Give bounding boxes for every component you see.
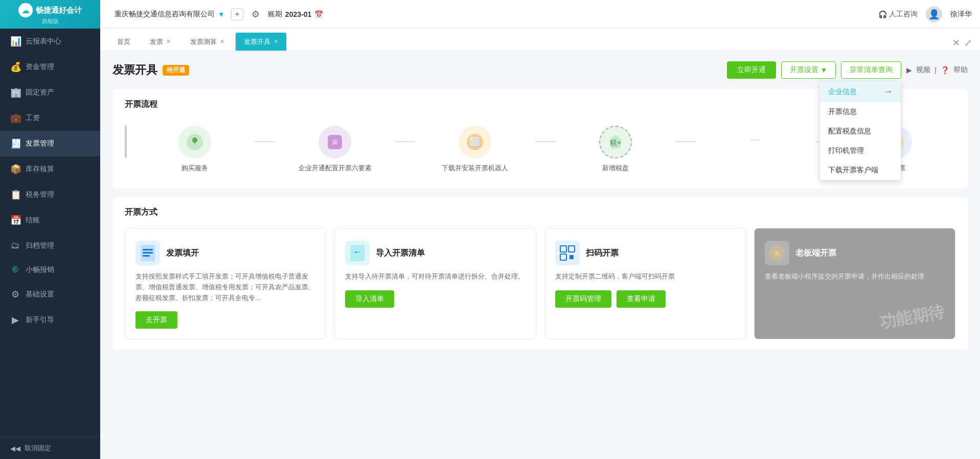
import-list-title: 导入开票清单: [376, 248, 425, 259]
sidebar-item-inventory[interactable]: 📦 库存核算: [0, 156, 100, 182]
fill-invoice-btn[interactable]: 去开票: [135, 311, 177, 329]
video-icon: ▶: [906, 66, 912, 74]
boss-invoice-desc: 查看老板端小程序提交的开票申请，并作出相应的处理: [765, 271, 945, 282]
dropdown-item-invoice-info[interactable]: 开票信息: [820, 102, 901, 122]
fixed-assets-icon: 🏢: [10, 87, 20, 98]
tab-home[interactable]: 首页: [108, 32, 139, 51]
methods-section: 开票方式: [112, 197, 968, 350]
method-card-boss: ≡ 老板端开票 查看老板端小程序提交的开票申请，并作出相应的处理 功能期待: [754, 228, 955, 339]
top-header: ☁ 畅捷通好会计 旗舰版 重庆畅捷交通信息咨询有限公司 ▼ + ⚙ 账期 202…: [0, 0, 980, 29]
svg-rect-19: [560, 254, 566, 260]
cancel-pin-button[interactable]: ◀◀ 取消固定: [0, 438, 100, 459]
sidebar-label-fixed-assets: 固定资产: [26, 88, 54, 97]
svg-rect-20: [569, 255, 574, 259]
sidebar-label-new-guide: 新手引导: [26, 315, 54, 325]
download-install-label: 下载并安装开票机器人: [442, 164, 508, 173]
svg-rect-14: [143, 255, 150, 257]
inventory-icon: 📦: [10, 164, 20, 175]
scan-invoice-icon: [555, 241, 580, 265]
methods-title: 开票方式: [125, 207, 955, 218]
cancel-pin-icon: ◀◀: [10, 445, 20, 452]
fill-invoice-title: 发票填开: [166, 248, 199, 259]
invoice-settings-button[interactable]: 开票设置 ▼: [781, 61, 836, 79]
sidebar-label-tax-mgmt: 税务管理: [26, 190, 54, 199]
video-label[interactable]: 视频: [916, 65, 930, 75]
methods-grid: 发票填开 支持按照发票样式手工填开发票；可开具增值税电子普通发票、增值税普通发票…: [125, 228, 955, 339]
add-tax-label: 新增税盘: [602, 164, 629, 173]
sidebar-label-salary: 工资: [26, 113, 40, 123]
settings-icon[interactable]: ⚙: [249, 8, 262, 20]
tax-config-label: 配置税盘信息: [828, 127, 871, 136]
salary-icon: 💼: [10, 112, 20, 124]
activate-button[interactable]: 立即开通: [727, 61, 776, 79]
sidebar-item-xcbx[interactable]: © 小畅报销: [0, 258, 100, 282]
account-period: 账期 2023-01 📅: [268, 10, 323, 19]
scan-invoice-btn-1[interactable]: 开票码管理: [555, 290, 611, 308]
page-title: 发票开具 待开通: [112, 62, 189, 78]
sidebar-item-salary[interactable]: 💼 工资: [0, 105, 100, 131]
scan-invoice-btn-2[interactable]: 查看申请: [617, 290, 666, 308]
svg-text:≡: ≡: [332, 137, 338, 147]
sidebar-item-settlement[interactable]: 📅 结账: [0, 208, 100, 233]
tab-invoice[interactable]: 发票 ✕: [141, 32, 179, 51]
tab-invoice-calc-close[interactable]: ✕: [220, 38, 224, 45]
svg-text:≡: ≡: [774, 248, 780, 258]
dropdown-item-download-client[interactable]: 下载开票客户端: [820, 160, 901, 180]
add-button[interactable]: +: [231, 8, 243, 20]
dropdown-item-printer-mgmt[interactable]: 打印机管理: [820, 141, 901, 160]
method-card-fill: 发票填开 支持按照发票样式手工填开发票；可开具增值税电子普通发票、增值税普通发票…: [125, 228, 326, 339]
tab-invoice-issue[interactable]: 发票开具 ✕: [235, 32, 287, 51]
video-help-area: ▶ 视频 | ❓ 帮助: [906, 65, 968, 75]
cancel-pin-label: 取消固定: [25, 444, 51, 453]
import-list-btn[interactable]: 导入清单: [345, 290, 394, 308]
method-card-import: ← 导入开票清单 支持导入待开票清单，可对待开票清单进行拆分、合并处理。 导入清…: [334, 228, 536, 339]
svg-rect-12: [143, 249, 153, 250]
dropdown-item-tax-config[interactable]: 配置税盘信息: [820, 122, 901, 141]
boss-invoice-title: 老板端开票: [795, 248, 836, 259]
tab-expand[interactable]: ⤢: [964, 37, 972, 49]
page-title-area: 发票开具 待开通 立即开通 开票设置 ▼ 异常清单查询 ▶ 视频 | ❓: [112, 61, 968, 79]
arrow-3: [535, 141, 556, 142]
user-support-button[interactable]: 🎧 人工咨询: [878, 10, 918, 19]
process-step-addtax: 税+ 新增税盘: [556, 126, 675, 173]
tab-bar: 首页 发票 ✕ 发票测算 ✕ 发票开具 ✕ ✕ ⤢: [100, 29, 980, 51]
fill-invoice-icon: [135, 241, 160, 265]
download-client-label: 下载开票客户端: [828, 166, 878, 175]
sidebar-item-fund-mgmt[interactable]: 💰 资金管理: [0, 54, 100, 80]
abnormal-list-button[interactable]: 异常清单查询: [841, 61, 901, 79]
company-info-label: 企业信息: [828, 87, 857, 97]
dropdown-item-company-info[interactable]: 企业信息 →: [820, 81, 901, 102]
sidebar-label-invoice-mgmt: 发票管理: [26, 139, 54, 148]
add-tax-icon: 税+: [599, 126, 632, 158]
svg-text:⬜: ⬜: [469, 136, 481, 148]
sidebar-item-basic-settings[interactable]: ⚙ 基础设置: [0, 282, 100, 307]
svg-point-2: [192, 137, 197, 143]
sidebar-item-archive[interactable]: 🗂 归档管理: [0, 233, 100, 258]
sidebar-item-tax-mgmt[interactable]: 📋 税务管理: [0, 182, 100, 208]
help-label[interactable]: 帮助: [953, 65, 968, 75]
svg-rect-13: [143, 252, 153, 254]
xcbx-icon: ©: [10, 265, 20, 274]
process-step-config: ≡ 企业开通配置开票六要素: [275, 126, 395, 173]
logo-area: ☁ 畅捷通好会计 旗舰版: [0, 0, 100, 29]
sidebar-label-inventory: 库存核算: [26, 165, 54, 174]
sidebar-item-invoice-mgmt[interactable]: 🧾 发票管理: [0, 131, 100, 156]
sidebar-label-basic-settings: 基础设置: [26, 290, 54, 299]
tab-invoice-close[interactable]: ✕: [166, 38, 171, 45]
sidebar-label-fund-mgmt: 资金管理: [26, 62, 54, 72]
help-icon: ❓: [941, 66, 949, 74]
company-selector[interactable]: 重庆畅捷交通信息咨询有限公司 ▼: [115, 10, 225, 19]
tab-close-all[interactable]: ✕: [952, 37, 960, 49]
invoice-mgmt-icon: 🧾: [10, 138, 20, 149]
method-card-scan: 扫码开票 支持定制开票二维码，客户端可扫码开票 开票码管理 查看申请: [544, 228, 746, 339]
red-arrow-icon: →: [883, 86, 893, 97]
calendar-icon[interactable]: 📅: [314, 10, 323, 18]
sidebar-item-cloud-report[interactable]: 📊 云报表中心: [0, 29, 100, 54]
tab-invoice-issue-close[interactable]: ✕: [274, 38, 278, 45]
new-guide-icon: ▶: [10, 314, 20, 326]
sidebar-item-new-guide[interactable]: ▶ 新手引导: [0, 307, 100, 333]
sidebar-item-fixed-assets[interactable]: 🏢 固定资产: [0, 80, 100, 105]
tab-invoice-calc[interactable]: 发票测算 ✕: [181, 32, 233, 51]
process-step-buy: + 购买服务: [135, 126, 255, 173]
page-title-text: 发票开具: [112, 62, 157, 78]
